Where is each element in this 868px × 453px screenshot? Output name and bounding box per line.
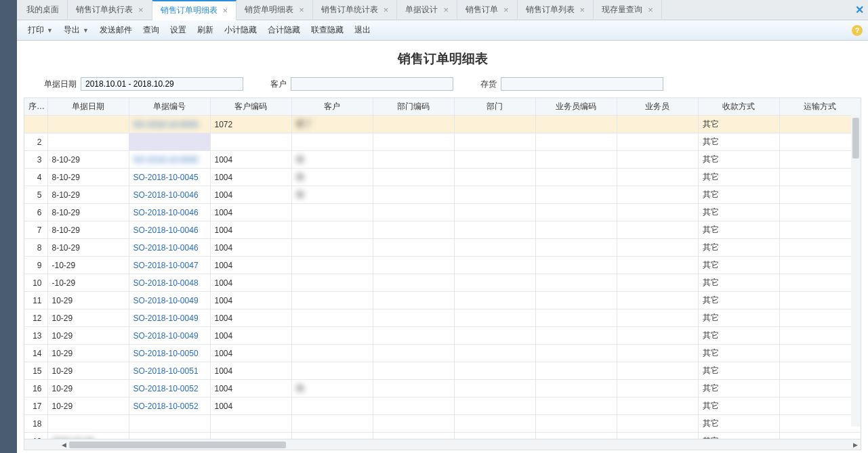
- help-icon[interactable]: ?: [852, 25, 863, 36]
- table-row[interactable]: 88-10-29SO-2018-10-00461004其它: [24, 239, 861, 257]
- table-row[interactable]: 48-10-29SO-2018-10-00451004南其它: [24, 169, 861, 186]
- table-row[interactable]: 9-10-29SO-2018-10-00471004其它: [24, 257, 861, 274]
- settings-button[interactable]: 设置: [165, 21, 192, 40]
- cell: [779, 257, 861, 274]
- tab-5[interactable]: 单据设计×: [397, 0, 457, 20]
- table-row[interactable]: 1410-29SO-2018-10-00501004其它: [24, 345, 861, 362]
- col-date[interactable]: 单据日期: [47, 98, 129, 116]
- table-row[interactable]: 2其它: [24, 133, 861, 151]
- tab-0[interactable]: 我的桌面: [18, 0, 68, 20]
- docno-link[interactable]: SO-2018-10-0046: [129, 221, 210, 239]
- docno-link[interactable]: SO-2018-10-0049: [129, 327, 210, 345]
- table-row[interactable]: 58-10-29SO-2018-10-00461004南其它: [24, 186, 861, 204]
- filter-customer-input[interactable]: [291, 77, 453, 91]
- scroll-right-icon[interactable]: ▶: [850, 440, 861, 450]
- docno-link[interactable]: SO-2018-10-0048: [129, 274, 210, 292]
- tab-1[interactable]: 销售订单执行表×: [68, 0, 152, 20]
- horizontal-scrollbar[interactable]: ◀ ▶: [24, 439, 861, 450]
- table-row[interactable]: 1510-29SO-2018-10-00511004其它: [24, 362, 861, 380]
- table-row[interactable]: 68-10-29SO-2018-10-00461004其它: [24, 204, 861, 221]
- vertical-scrollbar[interactable]: [851, 115, 861, 427]
- cell: 8: [24, 239, 47, 257]
- close-icon[interactable]: ×: [138, 5, 144, 14]
- total-hide-button[interactable]: 合计隐藏: [262, 21, 306, 40]
- docno-link[interactable]: SO-2018-10-0045: [129, 169, 210, 186]
- send-mail-button[interactable]: 发送邮件: [94, 21, 138, 40]
- close-icon[interactable]: ×: [384, 5, 389, 14]
- col-pay[interactable]: 收款方式: [698, 98, 779, 116]
- close-icon[interactable]: ×: [299, 5, 304, 14]
- cell: 其它: [698, 239, 779, 257]
- tab-8[interactable]: 现存量查询×: [594, 0, 662, 20]
- docno-link[interactable]: [129, 415, 210, 433]
- scrollbar-thumb[interactable]: [69, 441, 286, 448]
- docno-link[interactable]: SO-2018-10-0045: [129, 151, 210, 169]
- col-docno[interactable]: 单据编号: [129, 98, 210, 116]
- table-row[interactable]: 1110-29SO-2018-10-00491004其它: [24, 292, 861, 309]
- table-row[interactable]: 192018-10-29其它: [24, 433, 861, 440]
- subtotal-hide-button[interactable]: 小计隐藏: [219, 21, 262, 40]
- tab-7[interactable]: 销售订单列表×: [518, 0, 594, 20]
- docno-link[interactable]: SO-2018-10-0046: [129, 239, 210, 257]
- table-row[interactable]: 1310-29SO-2018-10-00491004其它: [24, 327, 861, 345]
- close-icon[interactable]: ×: [223, 6, 228, 15]
- cell: 5: [24, 186, 47, 204]
- col-salescode[interactable]: 业务员编码: [535, 98, 617, 116]
- docno-link[interactable]: SO-2018-10-0052: [129, 397, 210, 415]
- tab-3[interactable]: 销货单明细表×: [236, 0, 313, 20]
- table-row[interactable]: 1210-29SO-2018-10-00491004其它: [24, 309, 861, 327]
- cell: [291, 362, 373, 380]
- col-ship[interactable]: 运输方式: [779, 98, 861, 116]
- col-custcode[interactable]: 客户编码: [210, 98, 291, 116]
- docno-link[interactable]: SO-2018-10-0052: [129, 380, 210, 397]
- docno-link[interactable]: SO-2018-10-0049: [129, 292, 210, 309]
- table-row[interactable]: SO-2018-10-00431072蔡丁其它: [24, 116, 861, 133]
- col-sales[interactable]: 业务员: [617, 98, 698, 116]
- tab-2[interactable]: 销售订单明细表×: [152, 0, 237, 20]
- close-icon[interactable]: ×: [443, 5, 449, 14]
- docno-link[interactable]: SO-2018-10-0049: [129, 309, 210, 327]
- query-button[interactable]: 查询: [138, 21, 165, 40]
- docno-link[interactable]: SO-2018-10-0051: [129, 362, 210, 380]
- print-button[interactable]: 打印▼: [22, 21, 58, 40]
- docno-link[interactable]: [129, 433, 210, 440]
- table-row[interactable]: 78-10-29SO-2018-10-00461004其它: [24, 221, 861, 239]
- table-row[interactable]: 18其它: [24, 415, 861, 433]
- docno-link[interactable]: SO-2018-10-0050: [129, 345, 210, 362]
- relate-hide-button[interactable]: 联查隐藏: [306, 21, 349, 40]
- docno-link[interactable]: SO-2018-10-0046: [129, 204, 210, 221]
- cell: [535, 169, 617, 186]
- table-row[interactable]: 1710-29SO-2018-10-00521004其它: [24, 397, 861, 415]
- docno-link[interactable]: [129, 133, 210, 151]
- col-deptcode[interactable]: 部门编码: [373, 98, 454, 116]
- cell: [617, 433, 698, 440]
- docno-link[interactable]: SO-2018-10-0047: [129, 257, 210, 274]
- col-dept[interactable]: 部门: [454, 98, 535, 116]
- exit-button[interactable]: 退出: [349, 21, 376, 40]
- filter-date-input[interactable]: [81, 77, 243, 91]
- left-nav-strip[interactable]: [0, 0, 17, 453]
- data-grid[interactable]: 序号 单据日期 单据编号 客户编码 客户 部门编码 部门 业务员编码 业务员 收…: [24, 98, 861, 439]
- table-row[interactable]: 1610-29SO-2018-10-00521004南其它: [24, 380, 861, 397]
- cell: [779, 345, 861, 362]
- scrollbar-thumb[interactable]: [852, 118, 859, 158]
- col-seq[interactable]: 序号: [24, 98, 47, 116]
- refresh-button[interactable]: 刷新: [192, 21, 219, 40]
- table-row[interactable]: 38-10-29SO-2018-10-00451004南其它: [24, 151, 861, 169]
- table-row[interactable]: 10-10-29SO-2018-10-00481004其它: [24, 274, 861, 292]
- tab-4[interactable]: 销售订单统计表×: [313, 0, 398, 20]
- close-icon[interactable]: ×: [580, 5, 585, 14]
- tab-6[interactable]: 销售订单×: [457, 0, 518, 20]
- cell: [535, 186, 617, 204]
- scroll-left-icon[interactable]: ◀: [58, 440, 69, 450]
- docno-link[interactable]: SO-2018-10-0043: [129, 116, 210, 133]
- export-button[interactable]: 导出▼: [58, 21, 94, 40]
- col-cust[interactable]: 客户: [291, 98, 373, 116]
- filter-stock-input[interactable]: [501, 77, 663, 91]
- close-icon[interactable]: ×: [648, 5, 653, 14]
- cell: [373, 151, 454, 169]
- docno-link[interactable]: SO-2018-10-0046: [129, 186, 210, 204]
- close-all-tabs-icon[interactable]: ✕: [855, 3, 864, 16]
- cell: 14: [24, 345, 47, 362]
- close-icon[interactable]: ×: [503, 5, 509, 14]
